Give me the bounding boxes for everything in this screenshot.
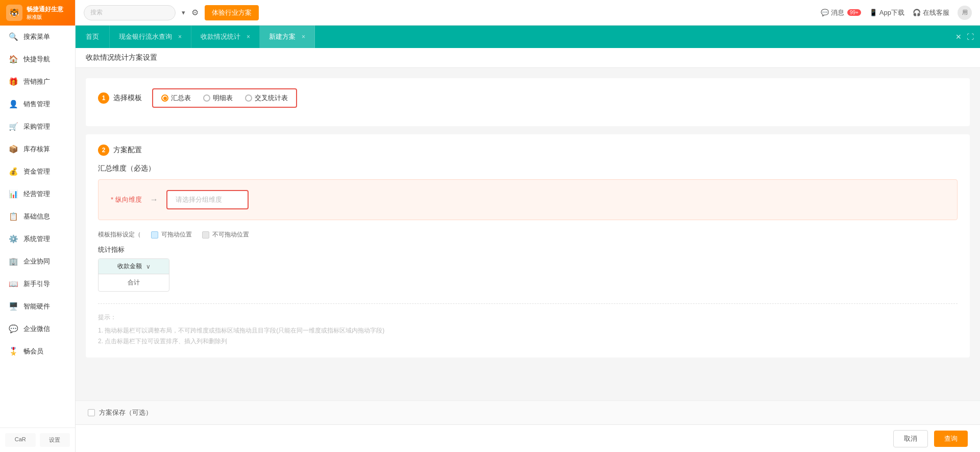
sidebar-label-inventory: 库存核算: [23, 145, 50, 154]
medal-icon: 🎖️: [8, 346, 18, 356]
tab-payment[interactable]: 收款情况统计 ×: [191, 26, 260, 48]
sidebar-item-quicknav[interactable]: 🏠 快捷导航: [0, 48, 75, 70]
sidebar-item-sales[interactable]: 👤 销售管理: [0, 93, 75, 115]
box-icon: 📦: [8, 144, 18, 154]
window-close-icon[interactable]: ✕: [955, 33, 962, 41]
cart-icon: 🛒: [8, 122, 18, 132]
dimension-area: * 纵向维度 → 请选择分组维度: [98, 179, 958, 220]
radio-cross[interactable]: 交叉统计表: [245, 93, 288, 103]
header-left: 搜索 ▾ ⚙ 体验行业方案: [84, 5, 259, 20]
indicator-section: 模板指标设定（ 可拖动位置 不可拖动位置 统计指标: [98, 230, 958, 347]
edition-badge: 标准版: [27, 14, 63, 21]
sidebar-label-guide: 新手引导: [23, 279, 50, 289]
book-icon: 📖: [8, 279, 18, 289]
sidebar-label-operation: 经营管理: [23, 189, 50, 199]
tips-section: 提示： 1. 拖动标题栏可以调整布局，不可跨维度或指标区域拖动且目字段(只能在同…: [98, 303, 958, 347]
sidebar-item-enterprise[interactable]: 🏢 企业协同: [0, 250, 75, 273]
notification-item[interactable]: 💬 消息 99+: [821, 8, 861, 17]
sidebar-item-operation[interactable]: 📊 经营管理: [0, 183, 75, 205]
main-area: 搜索 ▾ ⚙ 体验行业方案 💬 消息 99+ 📱 App下载 🎧 在线客服 用: [76, 0, 980, 452]
dimension-placeholder: 请选择分组维度: [176, 196, 222, 203]
radio-detail-label: 明细表: [213, 93, 233, 103]
chevron-down-icon[interactable]: ∨: [146, 263, 151, 270]
tab-cashflow-close[interactable]: ×: [178, 33, 182, 40]
indicator-header: 模板指标设定（ 可拖动位置 不可拖动位置: [98, 230, 958, 239]
download-item[interactable]: 📱 App下载: [869, 8, 904, 17]
radio-cross-circle: [245, 94, 252, 102]
sidebar-item-inventory[interactable]: 📦 库存核算: [0, 138, 75, 160]
message-icon: 💬: [821, 9, 829, 16]
tab-payment-close[interactable]: ×: [247, 33, 250, 40]
window-expand-icon[interactable]: ⛶: [967, 33, 974, 41]
tab-home[interactable]: 首页: [76, 26, 110, 48]
radio-summary[interactable]: 汇总表: [161, 93, 191, 103]
step1-row: 1 选择模板 汇总表 明细表 交叉统计表: [98, 88, 958, 108]
tip2: 2. 点击标题栏下拉可设置排序、插入列和删除列: [98, 336, 958, 347]
page-title: 收款情况统计方案设置: [86, 53, 157, 61]
step1-number: 1: [98, 92, 109, 104]
required-star: *: [111, 196, 113, 203]
template-radio-group: 汇总表 明细表 交叉统计表: [152, 88, 297, 108]
save-checkbox[interactable]: [88, 409, 95, 416]
sidebar-bottom-car[interactable]: CaR: [5, 433, 36, 447]
query-button[interactable]: 查询: [934, 431, 968, 447]
radio-summary-label: 汇总表: [171, 93, 191, 103]
clipboard-icon: 📋: [8, 211, 18, 222]
user-icon: 👤: [8, 99, 18, 109]
tab-newplan[interactable]: 新建方案 ×: [260, 26, 315, 48]
sidebar-item-system[interactable]: ⚙️ 系统管理: [0, 228, 75, 250]
indicator-table-header[interactable]: 收款金额 ∨: [99, 259, 169, 274]
radio-cross-label: 交叉统计表: [255, 93, 288, 103]
sidebar-label-enterprise: 企业协同: [23, 257, 50, 266]
header-search-placeholder: 搜索: [90, 8, 103, 17]
step2-number: 2: [98, 145, 109, 156]
cancel-button[interactable]: 取消: [893, 430, 928, 447]
chat-icon: 💬: [8, 324, 18, 334]
tab-actions: ✕ ⛶: [949, 33, 980, 41]
dimension-arrow: →: [150, 195, 158, 204]
tab-newplan-label: 新建方案: [269, 32, 296, 41]
user-avatar[interactable]: 用: [958, 6, 972, 20]
gear-icon[interactable]: ⚙: [191, 8, 199, 17]
sidebar-item-search[interactable]: 🔍 搜索菜单: [0, 26, 75, 48]
indicator-table: 收款金额 ∨ 合计: [98, 258, 169, 292]
tab-newplan-close[interactable]: ×: [302, 33, 305, 40]
sidebar-item-wechat[interactable]: 💬 企业微信: [0, 318, 75, 340]
logo-icon: 🐯: [6, 5, 22, 21]
sidebar-item-hardware[interactable]: 🖥️ 智能硬件: [0, 295, 75, 318]
radio-detail[interactable]: 明细表: [203, 93, 233, 103]
tab-cashflow[interactable]: 现金银行流水查询 ×: [110, 26, 191, 48]
header-chevron-icon[interactable]: ▾: [182, 9, 185, 16]
tab-cashflow-label: 现金银行流水查询: [119, 32, 172, 41]
step2-row: 2 方案配置: [98, 145, 958, 156]
sidebar-logo: 🐯 畅捷通好生意 标准版: [0, 0, 75, 26]
download-label: App下载: [879, 8, 904, 17]
service-item[interactable]: 🎧 在线客服: [913, 8, 949, 17]
money-icon: 💰: [8, 166, 18, 177]
radio-summary-circle: [161, 94, 168, 102]
sidebar-label-wechat: 企业微信: [23, 324, 50, 334]
sidebar-item-guide[interactable]: 📖 新手引导: [0, 273, 75, 295]
sidebar-item-basic[interactable]: 📋 基础信息: [0, 205, 75, 228]
sidebar-label-system: 系统管理: [23, 234, 50, 244]
dimension-select[interactable]: 请选择分组维度: [166, 190, 249, 209]
logo-text: 畅捷通好生意: [27, 5, 63, 14]
sidebar-item-member[interactable]: 🎖️ 畅会员: [0, 340, 75, 363]
sidebar-bottom-settings[interactable]: 设置: [40, 433, 70, 447]
save-section: 方案保存（可选）: [76, 400, 980, 424]
industry-button[interactable]: 体验行业方案: [205, 5, 259, 20]
sidebar-label-finance: 资金管理: [23, 167, 50, 176]
step1-label: 选择模板: [113, 93, 142, 103]
dimension-title: 汇总维度（必选）: [98, 164, 958, 173]
sidebar-item-marketing[interactable]: 🎁 营销推广: [0, 70, 75, 93]
sidebar-item-purchase[interactable]: 🛒 采购管理: [0, 115, 75, 138]
service-label: 在线客服: [923, 8, 949, 17]
notification-badge: 99+: [847, 9, 861, 16]
sidebar-item-finance[interactable]: 💰 资金管理: [0, 160, 75, 183]
sidebar-bottom: CaR 设置: [0, 427, 75, 452]
vertical-dimension-label: * 纵向维度: [111, 195, 142, 204]
sidebar-label-basic: 基础信息: [23, 212, 50, 221]
top-header: 搜索 ▾ ⚙ 体验行业方案 💬 消息 99+ 📱 App下载 🎧 在线客服 用: [76, 0, 980, 26]
sidebar-label-quicknav: 快捷导航: [23, 55, 50, 64]
header-search-display: 搜索: [84, 5, 176, 20]
